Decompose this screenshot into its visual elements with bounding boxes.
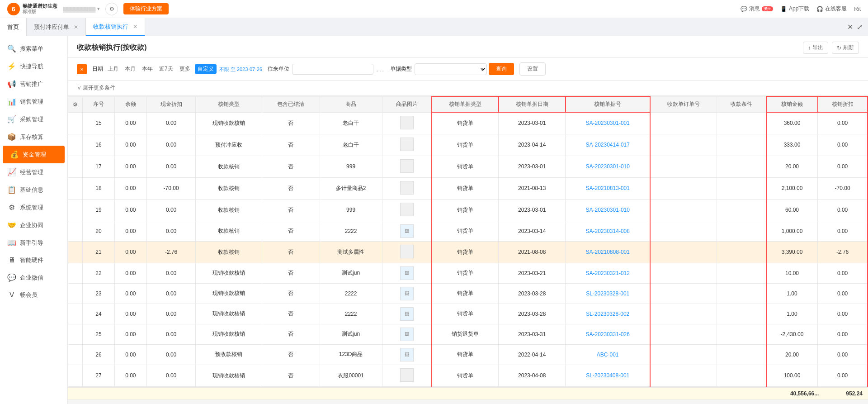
td-writeoff-date: 2023-03-28 bbox=[499, 304, 566, 324]
td-writeoff-amount: 20.00 bbox=[766, 156, 818, 177]
td-writeoff-voucher-type: 销货单 bbox=[432, 241, 499, 263]
brand-name: 畅捷通谱好生意 标准版 bbox=[23, 3, 57, 14]
goods-image[interactable] bbox=[400, 116, 414, 129]
sidebar-item-operations[interactable]: 📈 经营管理 bbox=[0, 163, 67, 181]
wechat-icon: 💬 bbox=[7, 273, 16, 282]
sidebar-item-wechat[interactable]: 💬 企业微信 bbox=[0, 269, 67, 286]
writeoff-no-link[interactable]: ABC-001 bbox=[597, 352, 619, 358]
sidebar-item-quicknav[interactable]: ⚡ 快捷导航 bbox=[0, 57, 67, 75]
date-opt-7days[interactable]: 近7天 bbox=[157, 64, 175, 74]
goods-image[interactable]: 🖼 bbox=[400, 266, 414, 280]
td-writeoff-no: SA-20230301-010 bbox=[566, 199, 650, 221]
td-writeoff-voucher-type: 销货单 bbox=[432, 134, 499, 156]
td-writeoff-date: 2022-04-14 bbox=[499, 344, 566, 365]
query-button[interactable]: 查询 bbox=[489, 63, 514, 75]
td-cash-discount: 0.00 bbox=[146, 324, 196, 344]
td-receipt-condition bbox=[717, 134, 766, 156]
date-opt-this-month[interactable]: 本月 bbox=[123, 64, 137, 74]
data-table-area: ⚙ 序号 余额 现金折扣 核销类型 包含已结清 商品 商品图片 核销单据类型 核… bbox=[68, 96, 868, 387]
app-download-button[interactable]: 📱 App下载 bbox=[780, 5, 809, 13]
online-support-button[interactable]: 🎧 在线客服 bbox=[816, 5, 847, 13]
sidebar-item-marketing[interactable]: 📢 营销推广 bbox=[0, 75, 67, 93]
goods-image[interactable]: 🖼 bbox=[400, 307, 414, 321]
tab-bar: 首页 预付冲应付单 ✕ 收款核销执行 ✕ ✕ ⤢ bbox=[0, 18, 868, 36]
td-writeoff-no: SA-20210808-001 bbox=[566, 241, 650, 263]
voucher-type-select[interactable] bbox=[415, 63, 487, 75]
writeoff-no-link[interactable]: SL-20230408-001 bbox=[586, 372, 629, 379]
goods-image[interactable]: 🖼 bbox=[400, 328, 414, 341]
sidebar-item-search[interactable]: 🔍 搜索菜单 bbox=[0, 40, 67, 57]
guide-icon: 📖 bbox=[7, 238, 16, 247]
sidebar-item-basicinfo[interactable]: 📋 基础信息 bbox=[0, 181, 67, 199]
date-opt-this-year[interactable]: 本年 bbox=[140, 64, 155, 74]
writeoff-no-link[interactable]: SA-20230321-012 bbox=[585, 270, 629, 276]
goods-image[interactable] bbox=[400, 159, 414, 173]
page-header: 收款核销执行(按收款) ↑ 导出 ↻ 刷新 bbox=[68, 36, 868, 58]
close-writeoff-tab[interactable]: ✕ bbox=[133, 24, 137, 30]
td-writeoff-amount: 333.00 bbox=[766, 134, 818, 156]
goods-image[interactable] bbox=[400, 181, 414, 195]
writeoff-no-link[interactable]: SA-20230301-010 bbox=[585, 207, 629, 213]
td-receipt-condition bbox=[717, 156, 766, 177]
td-goods: 123D商品 bbox=[320, 344, 382, 365]
sidebar-item-purchase[interactable]: 🛒 采购管理 bbox=[0, 110, 67, 128]
td-balance: 0.00 bbox=[114, 199, 146, 221]
writeoff-no-link[interactable]: SL-20230328-001 bbox=[586, 290, 629, 297]
td-writeoff-no: SA-20230321-012 bbox=[566, 263, 650, 283]
td-writeoff-no: ABC-001 bbox=[566, 344, 650, 365]
sidebar-item-finance[interactable]: 💰 资金管理 bbox=[3, 146, 65, 163]
writeoff-no-link[interactable]: SA-20230331-026 bbox=[585, 331, 629, 337]
maximize-button[interactable]: ⤢ bbox=[857, 23, 863, 31]
trial-industry-button[interactable]: 体验行业方案 bbox=[123, 3, 169, 14]
tab-prepay[interactable]: 预付冲应付单 ✕ bbox=[27, 18, 86, 36]
goods-image[interactable]: 🖼 bbox=[400, 224, 414, 238]
goods-image[interactable]: 🖼 bbox=[400, 348, 414, 361]
user-name[interactable]: Rit bbox=[854, 6, 861, 12]
workspace-dropdown[interactable]: ▓▓▓▓▓▓▓▓▓ ▾ bbox=[63, 6, 100, 12]
writeoff-no-link[interactable]: SA-20230414-017 bbox=[585, 142, 629, 148]
td-writeoff-type: 现销收款核销 bbox=[196, 304, 262, 324]
filter-setting-button[interactable]: 设置 bbox=[519, 62, 546, 76]
td-include-settled: 否 bbox=[262, 365, 320, 386]
writeoff-no-link[interactable]: SA-20210808-001 bbox=[585, 249, 629, 255]
writeoff-no-link[interactable]: SA-20230314-008 bbox=[585, 228, 629, 234]
tab-writeoff[interactable]: 收款核销执行 ✕ bbox=[86, 18, 145, 36]
td-balance: 0.00 bbox=[114, 156, 146, 177]
sidebar-item-hardware[interactable]: 🖥 智能硬件 bbox=[0, 252, 67, 269]
sidebar-item-inventory[interactable]: 📦 库存核算 bbox=[0, 128, 67, 146]
writeoff-no-link[interactable]: SA-20230301-001 bbox=[585, 120, 629, 126]
goods-image[interactable] bbox=[400, 138, 414, 151]
th-writeoff-amount: 核销金额 bbox=[766, 96, 818, 112]
date-opt-custom[interactable]: 自定义 bbox=[195, 64, 217, 74]
writeoff-no-link[interactable]: SL-20230328-002 bbox=[586, 311, 629, 317]
goods-image[interactable] bbox=[400, 245, 414, 258]
close-prepay-tab[interactable]: ✕ bbox=[74, 24, 78, 30]
date-opt-more[interactable]: 更多 bbox=[178, 64, 192, 74]
export-button[interactable]: ↑ 导出 bbox=[803, 42, 828, 54]
expand-more-conditions[interactable]: ∨ 展开更多条件 bbox=[77, 84, 859, 92]
sidebar-item-guide[interactable]: 📖 新手引导 bbox=[0, 234, 67, 252]
goods-image[interactable]: 🖼 bbox=[400, 287, 414, 300]
td-serial: 23 bbox=[83, 283, 115, 304]
from-unit-input[interactable] bbox=[292, 64, 373, 75]
sidebar-item-vip[interactable]: V 畅会员 bbox=[0, 286, 67, 304]
refresh-button[interactable]: ↻ 刷新 bbox=[832, 42, 859, 54]
td-settings bbox=[68, 112, 83, 134]
td-writeoff-date: 2021-08-13 bbox=[499, 177, 566, 199]
message-button[interactable]: 💬 消息 99+ bbox=[741, 5, 773, 13]
tab-home[interactable]: 首页 bbox=[0, 18, 27, 36]
filter-expand-button[interactable]: » bbox=[77, 64, 87, 74]
sidebar-item-collab[interactable]: 🤝 企业协同 bbox=[0, 216, 67, 234]
goods-image[interactable] bbox=[400, 368, 414, 382]
sidebar-item-system[interactable]: ⚙ 系统管理 bbox=[0, 199, 67, 216]
horizontal-scrollbar[interactable] bbox=[68, 399, 868, 404]
date-opt-last-month[interactable]: 上月 bbox=[106, 64, 120, 74]
sidebar-item-sales[interactable]: 📊 销售管理 bbox=[0, 93, 67, 110]
goods-image[interactable] bbox=[400, 203, 414, 216]
close-tab-button[interactable]: ✕ bbox=[847, 23, 853, 31]
writeoff-no-link[interactable]: SA-20230301-010 bbox=[585, 163, 629, 170]
td-receipt-order-no bbox=[650, 283, 717, 304]
settings-button[interactable]: ⚙ bbox=[105, 3, 118, 15]
writeoff-no-link[interactable]: SA-20210813-001 bbox=[585, 185, 629, 191]
th-settings[interactable]: ⚙ bbox=[68, 96, 83, 112]
